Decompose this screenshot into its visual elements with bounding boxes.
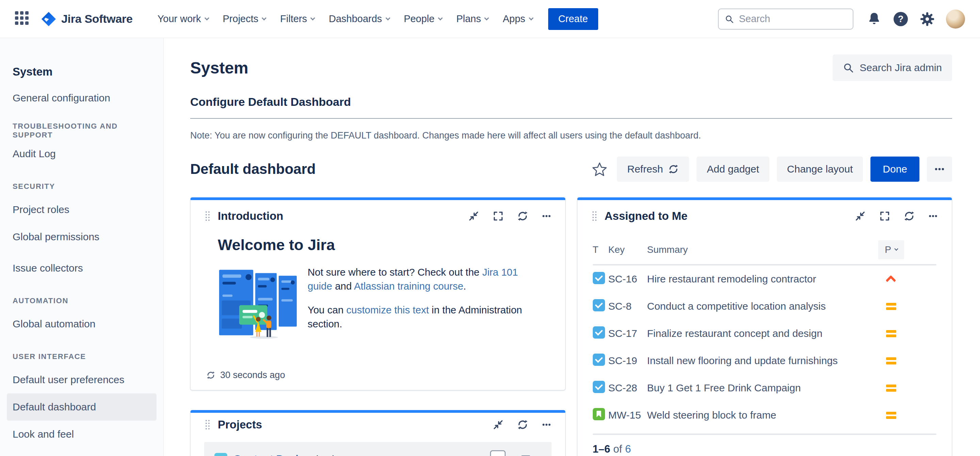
done-button[interactable]: Done	[870, 157, 920, 182]
sidebar-item-look-and-feel[interactable]: Look and feel	[7, 421, 156, 448]
drag-handle-icon[interactable]	[592, 211, 597, 221]
product-name: Jira Software	[61, 12, 133, 25]
nav-your-work[interactable]: Your work	[150, 8, 216, 30]
project-link[interactable]: Content Design	[234, 453, 311, 456]
sidebar-item-general-configuration[interactable]: General configuration	[7, 84, 156, 111]
refresh-icon[interactable]	[206, 370, 215, 380]
help-icon[interactable]: ?	[893, 11, 908, 27]
sidebar-item-audit-log[interactable]: Audit Log	[7, 140, 156, 167]
app-switcher-icon[interactable]	[15, 11, 30, 27]
more-options-icon[interactable]	[927, 157, 952, 182]
sidebar-title: System	[7, 59, 156, 84]
gadget-column-right: Assigned to Me	[577, 197, 953, 456]
drag-handle-icon[interactable]	[205, 420, 210, 429]
priority-icon	[886, 275, 896, 283]
refresh-icon[interactable]	[517, 419, 528, 431]
nav-label: People	[404, 13, 434, 24]
issue-type-icon	[593, 354, 605, 366]
nav-dashboards[interactable]: Dashboards	[321, 8, 396, 30]
pagination-total-link[interactable]: 6	[625, 443, 631, 455]
filter-icon[interactable]	[520, 454, 531, 456]
issue-table-header: T Key Summary P	[593, 240, 937, 259]
gadget-header: Assigned to Me	[578, 200, 952, 222]
jira-logo[interactable]: Jira Software	[40, 11, 133, 27]
issue-key-link[interactable]: SC-28	[608, 382, 647, 394]
chart-icon[interactable]	[490, 450, 506, 456]
issue-summary-link[interactable]: Hire restaurant remodeling contractor	[647, 273, 878, 285]
priority-icon	[886, 357, 896, 365]
drag-handle-icon[interactable]	[205, 211, 210, 221]
column-header-priority[interactable]: P	[878, 240, 904, 259]
minimize-icon[interactable]	[492, 419, 504, 431]
issue-summary-link[interactable]: Conduct a competitive location analysis	[647, 300, 878, 312]
nav-filters[interactable]: Filters	[273, 8, 321, 30]
sidebar-section-automation: AUTOMATION	[7, 291, 156, 310]
gadget-header: Projects	[191, 413, 565, 431]
project-key: (CD)	[315, 454, 336, 456]
add-gadget-button[interactable]: Add gadget	[697, 157, 769, 182]
more-options-icon[interactable]	[541, 211, 552, 221]
gadget-toolbar	[854, 210, 938, 222]
issue-summary-link[interactable]: Install new flooring and update furnishi…	[647, 355, 878, 367]
nav-people[interactable]: People	[397, 8, 449, 30]
section-divider	[190, 118, 952, 119]
issue-summary-link[interactable]: Weld steering block to frame	[647, 409, 878, 421]
user-avatar[interactable]	[946, 10, 965, 29]
sidebar-item-global-automation[interactable]: Global automation	[7, 310, 156, 338]
nav-apps[interactable]: Apps	[495, 8, 540, 30]
more-options-icon[interactable]	[928, 211, 938, 221]
gadget-grid: Introduction	[190, 197, 952, 456]
app-shell: System General configuration TROUBLESHOO…	[0, 38, 980, 456]
priority-icon	[886, 411, 896, 419]
issue-row: SC-8 Conduct a competitive location anal…	[593, 293, 937, 320]
customize-this-text-link[interactable]: customize this text	[347, 304, 429, 315]
issue-summary-link[interactable]: Buy 1 Get 1 Free Drink Campaign	[647, 382, 878, 394]
project-row-tools	[490, 450, 541, 456]
issue-key-link[interactable]: SC-17	[608, 328, 647, 339]
dashboard-header: Default dashboard Refresh	[190, 157, 952, 182]
expand-icon[interactable]	[879, 210, 891, 222]
nav-projects[interactable]: Projects	[216, 8, 273, 30]
gadget-introduction: Introduction	[190, 197, 566, 390]
sidebar-item-project-roles[interactable]: Project roles	[7, 196, 156, 223]
gadget-toolbar	[468, 210, 552, 222]
column-header-summary[interactable]: Summary	[647, 244, 878, 255]
nav-plans[interactable]: Plans	[449, 8, 496, 30]
sidebar-item-global-permissions[interactable]: Global permissions	[7, 223, 156, 251]
intro-text-segment: Not sure where to start? Check out the	[308, 267, 482, 278]
column-header-type[interactable]: T	[593, 244, 608, 255]
issue-row: MW-15 Weld steering block to frame	[593, 402, 937, 429]
sidebar-section-troubleshooting: TROUBLESHOOTING AND SUPPORT	[7, 121, 156, 140]
issue-summary-link[interactable]: Finalize restaurant concept and design	[647, 328, 878, 339]
sidebar-item-default-dashboard[interactable]: Default dashboard	[7, 393, 156, 421]
notifications-icon[interactable]	[866, 11, 882, 27]
issue-key-link[interactable]: SC-8	[608, 300, 647, 312]
search-jira-admin-button[interactable]: Search Jira admin	[833, 54, 952, 81]
column-header-key[interactable]: Key	[608, 244, 647, 255]
minimize-icon[interactable]	[468, 210, 479, 222]
refresh-label: Refresh	[627, 163, 663, 175]
minimize-icon[interactable]	[854, 210, 866, 222]
refresh-icon[interactable]	[517, 210, 528, 222]
more-options-icon[interactable]	[541, 419, 552, 430]
expand-icon[interactable]	[492, 210, 504, 222]
refresh-icon[interactable]	[904, 210, 915, 222]
atlassian-training-course-link[interactable]: Atlassian training course	[354, 280, 463, 292]
issue-type-icon	[593, 326, 605, 338]
sidebar-item-issue-collectors[interactable]: Issue collectors	[7, 254, 156, 282]
gadget-title: Assigned to Me	[605, 210, 688, 222]
issue-key-link[interactable]: MW-15	[608, 409, 647, 421]
create-button[interactable]: Create	[548, 8, 598, 30]
refresh-button[interactable]: Refresh	[617, 157, 689, 182]
top-navigation-bar: Jira Software Your work Projects Filters…	[0, 0, 980, 38]
change-layout-button[interactable]: Change layout	[777, 157, 863, 182]
sidebar-item-default-user-preferences[interactable]: Default user preferences	[7, 366, 156, 393]
issue-key-link[interactable]: SC-16	[608, 273, 647, 285]
favorite-star-icon[interactable]	[592, 161, 608, 177]
settings-gear-icon[interactable]	[920, 11, 935, 27]
gadget-header: Introduction	[191, 200, 565, 222]
main-content: System Search Jira admin Configure Defau…	[164, 38, 980, 456]
issue-key-link[interactable]: SC-19	[608, 355, 647, 367]
nav-label: Apps	[503, 13, 525, 24]
search-input[interactable]	[739, 13, 846, 24]
